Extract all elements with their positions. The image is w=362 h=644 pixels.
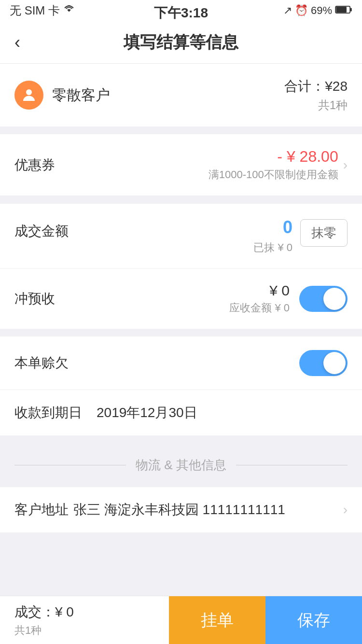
status-bar: 无 SIM 卡 下午3:18 ↗ ⏰ 69% bbox=[0, 0, 362, 21]
logistics-divider: 物流 & 其他信息 bbox=[14, 457, 348, 474]
deal-value-block: 0 已抹 ¥ 0 bbox=[253, 217, 292, 255]
round-off-button[interactable]: 抹零 bbox=[300, 219, 348, 247]
prepay-receivable: 应收金额 ¥ 0 bbox=[229, 301, 290, 315]
divider-4 bbox=[0, 435, 362, 443]
hold-button[interactable]: 挂单 bbox=[169, 596, 265, 644]
arrears-toggle-knob bbox=[323, 352, 346, 374]
save-button[interactable]: 保存 bbox=[265, 596, 362, 644]
avatar bbox=[14, 81, 43, 110]
divider-line-left bbox=[14, 465, 126, 465]
svg-rect-2 bbox=[336, 7, 347, 13]
status-left: 无 SIM 卡 bbox=[10, 3, 74, 18]
bottom-summary: 成交：¥ 0 共1种 bbox=[0, 603, 169, 638]
logistics-section: 物流 & 其他信息 bbox=[0, 443, 362, 487]
address-row[interactable]: 客户地址 张三 海淀永丰科技园 11111111111 › bbox=[0, 487, 362, 532]
coupon-label: 优惠券 bbox=[14, 156, 55, 174]
divider-3 bbox=[0, 329, 362, 336]
bottom-count: 共1种 bbox=[14, 623, 154, 638]
customer-left: 零散客户 bbox=[14, 81, 110, 110]
prepay-row: 冲预收 ¥ 0 应收金额 ¥ 0 bbox=[0, 268, 362, 329]
bottom-deal: 成交：¥ 0 bbox=[14, 603, 154, 621]
wifi-icon bbox=[64, 4, 74, 17]
divider-5 bbox=[0, 532, 362, 540]
customer-name: 零散客户 bbox=[52, 85, 110, 105]
prepay-label: 冲预收 bbox=[14, 290, 55, 308]
battery-icon bbox=[335, 4, 352, 17]
deal-row: 成交金额 0 已抹 ¥ 0 抹零 bbox=[0, 204, 362, 268]
no-sim-text: 无 SIM 卡 bbox=[10, 3, 60, 18]
prepay-toggle[interactable] bbox=[299, 286, 348, 312]
address-label: 客户地址 bbox=[14, 501, 69, 519]
status-time: 下午3:18 bbox=[154, 4, 208, 22]
toggle-knob bbox=[323, 288, 346, 310]
content: 零散客户 合计：¥28 共1种 优惠券 - ¥ 28.00 满1000-100不… bbox=[0, 64, 362, 598]
divider-2 bbox=[0, 196, 362, 204]
svg-rect-1 bbox=[350, 8, 352, 11]
back-button[interactable]: ‹ bbox=[14, 32, 20, 53]
arrears-toggle[interactable] bbox=[299, 350, 348, 376]
deal-label: 成交金额 bbox=[14, 217, 69, 240]
due-date-value: 2019年12月30日 bbox=[97, 404, 197, 422]
divider-line-right bbox=[236, 465, 348, 465]
customer-right: 合计：¥28 共1种 bbox=[284, 77, 348, 113]
alarm-icon: ⏰ bbox=[295, 4, 308, 17]
status-right: ↗ ⏰ 69% bbox=[283, 4, 352, 17]
coupon-right: - ¥ 28.00 满1000-100不限制使用金额 › bbox=[209, 148, 348, 182]
nav-bar: ‹ 填写结算等信息 bbox=[0, 21, 362, 64]
address-chevron-icon: › bbox=[343, 502, 348, 518]
coupon-row[interactable]: 优惠券 - ¥ 28.00 满1000-100不限制使用金额 › bbox=[0, 134, 362, 196]
customer-count: 共1种 bbox=[284, 98, 348, 113]
deal-yi: 已抹 ¥ 0 bbox=[253, 240, 292, 255]
divider-1 bbox=[0, 126, 362, 134]
bottom-bar: 成交：¥ 0 共1种 挂单 保存 bbox=[0, 596, 362, 644]
coupon-value-block: - ¥ 28.00 满1000-100不限制使用金额 bbox=[209, 148, 338, 182]
deal-right: 0 已抹 ¥ 0 抹零 bbox=[253, 217, 348, 255]
address-value: 张三 海淀永丰科技园 11111111111 bbox=[73, 501, 338, 519]
battery-text: 69% bbox=[311, 4, 332, 17]
coupon-desc: 满1000-100不限制使用金额 bbox=[209, 168, 338, 182]
prepay-amount: ¥ 0 bbox=[229, 282, 290, 299]
chevron-right-icon: › bbox=[343, 157, 348, 173]
location-icon: ↗ bbox=[283, 4, 292, 17]
prepay-right: ¥ 0 应收金额 ¥ 0 bbox=[229, 282, 348, 315]
customer-total: 合计：¥28 bbox=[284, 77, 348, 96]
svg-point-3 bbox=[26, 89, 32, 95]
due-date-row: 收款到期日 2019年12月30日 bbox=[0, 390, 362, 435]
customer-row: 零散客户 合计：¥28 共1种 bbox=[0, 64, 362, 126]
coupon-discount: - ¥ 28.00 bbox=[209, 148, 338, 166]
arrears-label: 本单赊欠 bbox=[14, 354, 69, 372]
arrears-row: 本单赊欠 bbox=[0, 336, 362, 390]
prepay-value-block: ¥ 0 应收金额 ¥ 0 bbox=[229, 282, 290, 315]
page-title: 填写结算等信息 bbox=[124, 31, 238, 54]
due-date-label: 收款到期日 bbox=[14, 404, 82, 422]
deal-amount[interactable]: 0 bbox=[253, 217, 292, 238]
logistics-label: 物流 & 其他信息 bbox=[136, 457, 226, 474]
